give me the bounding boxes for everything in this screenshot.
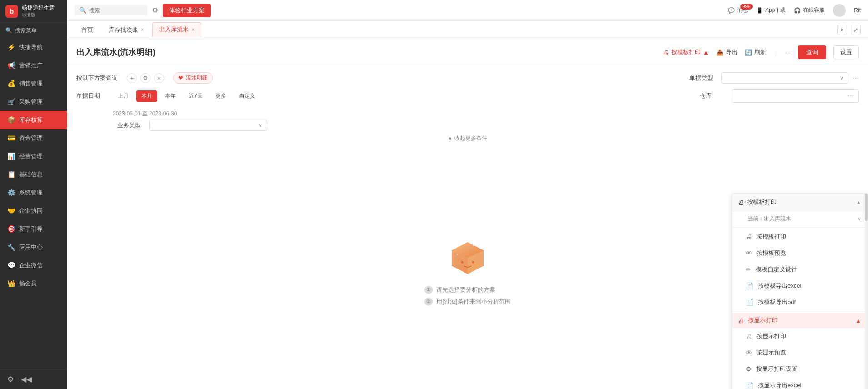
settings-button[interactable]: 设置 xyxy=(833,45,859,59)
topbar: 🔍 ⚙ 体验行业方案 💬 消息 99+ 📱 App下载 🎧 在线客服 Rit xyxy=(67,0,868,21)
industry-solution-button[interactable]: 体验行业方案 xyxy=(163,4,211,17)
date-btn-last-7-days[interactable]: 近7天 xyxy=(184,90,208,102)
message-action[interactable]: 💬 消息 99+ xyxy=(728,6,748,14)
tab-close-icon[interactable]: × xyxy=(141,27,144,32)
export-button[interactable]: 📤 导出 xyxy=(716,48,738,56)
app-version: 标准版 xyxy=(22,12,55,18)
sidebar-item-membership[interactable]: 👑 畅会员 xyxy=(0,274,67,293)
dropdown-current-arrow-icon[interactable]: ∨ xyxy=(858,216,861,222)
filter-tag-icon: ❤ xyxy=(178,75,183,81)
display-preview-icon: 👁 xyxy=(746,349,752,356)
filter-collapse-button[interactable]: « xyxy=(154,73,164,83)
business-type-arrow-icon: ∨ xyxy=(259,122,262,128)
display-section-label: 按显示打印 xyxy=(748,316,778,324)
doc-type-more-icon[interactable]: ··· xyxy=(853,74,859,82)
template-excel-icon: 📄 xyxy=(746,282,753,289)
sidebar: b 畅捷通好生意 标准版 🔍 搜索菜单 ⚡ 快捷导航 📢 营销推广 💰 销售管理… xyxy=(0,0,67,389)
filter-tag-label: 流水明细 xyxy=(186,74,208,82)
dropdown-item-template-excel[interactable]: 📄 按模板导出excel xyxy=(732,278,868,294)
sidebar-item-sales[interactable]: 💰 销售管理 xyxy=(0,75,67,93)
settings-bottom-icon[interactable]: ⚙ xyxy=(7,375,14,384)
dropdown-scrollbar[interactable] xyxy=(865,194,868,389)
content-area: 出入库流水(流水明细) 🖨 按模板打印 ▲ 📤 导出 🔄 刷新 | ··· 查询 xyxy=(67,39,868,389)
print-header-icon: 🖨 xyxy=(738,199,744,206)
sidebar-search[interactable]: 🔍 搜索菜单 xyxy=(0,23,67,38)
tab-home[interactable]: 首页 xyxy=(75,23,100,37)
business-type-select[interactable]: ∨ xyxy=(149,120,267,131)
appcenter-icon: 🔧 xyxy=(7,243,15,251)
topbar-search-box[interactable]: 🔍 xyxy=(75,5,147,15)
dropdown-current-label: 当前：出入库流水 xyxy=(748,215,791,223)
template-pdf-icon: 📄 xyxy=(746,299,753,306)
display-excel-label: 按显示导出excel xyxy=(758,381,801,389)
dropdown-item-display-excel[interactable]: 📄 按显示导出excel xyxy=(732,377,868,389)
collapse-sidebar-icon[interactable]: ◀◀ xyxy=(21,375,32,384)
refresh-label: 刷新 xyxy=(754,48,766,56)
date-btn-more[interactable]: 更多 xyxy=(210,90,231,102)
sidebar-item-label: 经营管理 xyxy=(19,152,43,160)
tab-label: 库存批次账 xyxy=(109,26,138,34)
sidebar-item-appcenter[interactable]: 🔧 应用中心 xyxy=(0,238,67,256)
dropdown-item-template-custom[interactable]: ✏ 模板自定义设计 xyxy=(732,261,868,278)
more-actions-icon[interactable]: ··· xyxy=(786,49,791,56)
sidebar-item-enterprise[interactable]: 🤝 企业协同 xyxy=(0,202,67,220)
dropdown-item-template-preview[interactable]: 👁 按模板预览 xyxy=(732,245,868,261)
collapse-filter-button[interactable]: ∧ 收起更多条件 xyxy=(76,131,859,142)
sidebar-item-operation[interactable]: 📊 经营管理 xyxy=(0,147,67,165)
maximize-tab-button[interactable]: ⤢ xyxy=(851,25,861,35)
sidebar-item-inventory[interactable]: 📦 库存核算 xyxy=(0,111,67,129)
dropdown-item-template-print[interactable]: 🖨 按模板打印 xyxy=(732,229,868,245)
display-print-icon: 🖨 xyxy=(746,333,752,340)
date-btn-custom[interactable]: 自定义 xyxy=(234,90,260,102)
refresh-button[interactable]: 🔄 刷新 xyxy=(745,48,766,56)
doc-type-select[interactable]: ∨ xyxy=(721,72,848,84)
print-icon: 🖨 xyxy=(663,49,669,56)
export-icon: 📤 xyxy=(716,49,723,56)
sidebar-item-quick-nav[interactable]: ⚡ 快捷导航 xyxy=(0,38,67,56)
sidebar-item-marketing[interactable]: 📢 营销推广 xyxy=(0,56,67,75)
main-area: 🔍 ⚙ 体验行业方案 💬 消息 99+ 📱 App下载 🎧 在线客服 Rit xyxy=(67,0,868,389)
warehouse-select[interactable]: ··· xyxy=(732,89,859,103)
tab-label: 首页 xyxy=(81,26,93,34)
date-btn-current-year[interactable]: 本年 xyxy=(160,90,181,102)
dropdown-item-display-print-settings[interactable]: ⚙ 按显示打印设置 xyxy=(732,361,868,377)
dropdown-item-template-pdf[interactable]: 📄 按模板导出pdf xyxy=(732,294,868,310)
tip-num-1: ① xyxy=(424,286,433,294)
doc-type-label: 单据类型 xyxy=(689,74,717,82)
print-template-button[interactable]: 🖨 按模板打印 ▲ xyxy=(663,48,709,56)
business-type-row: 业务类型 ∨ xyxy=(76,120,859,131)
topbar-search-input[interactable] xyxy=(89,7,135,14)
sidebar-item-label: 资金管理 xyxy=(19,134,43,142)
wechat-icon: 💬 xyxy=(7,261,15,269)
template-preview-icon: 👁 xyxy=(746,249,752,257)
dropdown-expand-icon[interactable]: ▲ xyxy=(856,199,861,205)
sidebar-item-purchase[interactable]: 🛒 采购管理 xyxy=(0,93,67,111)
tab-batch-account[interactable]: 库存批次账 × xyxy=(102,23,150,37)
app-download-action[interactable]: 📱 App下载 xyxy=(756,6,786,14)
close-tab-button[interactable]: × xyxy=(837,25,847,35)
filter-settings-button[interactable]: ⚙ xyxy=(140,73,150,83)
topbar-gear-icon[interactable]: ⚙ xyxy=(152,6,158,15)
page-actions: 🖨 按模板打印 ▲ 📤 导出 🔄 刷新 | ··· 查询 设置 xyxy=(663,45,859,65)
filter-add-button[interactable]: + xyxy=(127,73,137,83)
empty-tip-1: ① 请先选择要分析的方案 xyxy=(424,286,510,294)
refresh-icon: 🔄 xyxy=(745,49,752,56)
dropdown-item-display-preview[interactable]: 👁 按显示预览 xyxy=(732,344,868,361)
query-button[interactable]: 查询 xyxy=(798,45,826,59)
marketing-icon: 📢 xyxy=(7,61,15,70)
dropdown-item-display-print[interactable]: 🖨 按显示打印 xyxy=(732,328,868,344)
date-btn-last-month[interactable]: 上月 xyxy=(113,90,134,102)
customer-service-action[interactable]: 🎧 在线客服 xyxy=(794,6,825,14)
sidebar-item-system[interactable]: ⚙️ 系统管理 xyxy=(0,184,67,202)
system-icon: ⚙️ xyxy=(7,189,15,197)
sidebar-item-guide[interactable]: 🎯 新手引导 xyxy=(0,220,67,238)
tab-inventory-flow[interactable]: 出入库流水 × xyxy=(152,22,201,37)
warehouse-more-icon[interactable]: ··· xyxy=(848,92,854,100)
display-preview-label: 按显示预览 xyxy=(757,349,786,357)
sidebar-item-basic[interactable]: 📋 基础信息 xyxy=(0,165,67,184)
tab-close-active-icon[interactable]: × xyxy=(191,27,194,32)
sidebar-item-finance[interactable]: 💳 资金管理 xyxy=(0,129,67,147)
date-btn-current-month[interactable]: 本月 xyxy=(136,90,157,102)
sidebar-item-wechat[interactable]: 💬 企业微信 xyxy=(0,256,67,274)
display-section-header[interactable]: 🖨 按显示打印 ▲ xyxy=(732,313,868,328)
